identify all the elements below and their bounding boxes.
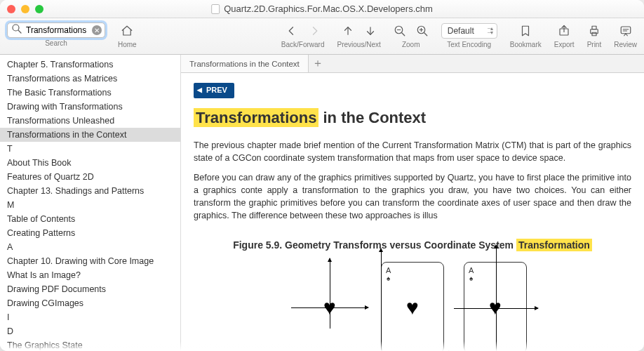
heart-icon: ♥ [406, 297, 419, 318]
back-button[interactable] [286, 25, 298, 37]
prevnext-label: Previous/Next [337, 41, 380, 48]
encoding-select[interactable]: Default ▴▾ [441, 23, 497, 39]
sidebar-item[interactable]: M [0, 198, 180, 212]
heart-icon: ♥ [489, 297, 502, 318]
title-rest: in the Context [318, 109, 426, 126]
zoom-window-button[interactable] [35, 5, 43, 13]
sidebar-item[interactable]: T [0, 142, 180, 156]
search-field[interactable]: ✕ [7, 22, 105, 38]
figure-card-center: A♠ ♥ [381, 262, 444, 351]
search-label: Search [45, 39, 67, 47]
figure-caption: Figure 5.9. Geometry Transforms versus C… [194, 238, 631, 252]
zoom-in-button[interactable] [416, 25, 429, 37]
sidebar-item[interactable]: Chapter 10. Drawing with Core Image [0, 254, 180, 268]
export-label: Export [554, 41, 575, 48]
page-title: Transformations in the Context [194, 107, 631, 129]
paragraph: Before you can draw any of the graphics … [194, 171, 631, 223]
home-group: Home [118, 22, 137, 48]
body: Chapter 5. TransformationsTransformation… [0, 55, 644, 351]
figure-card-right: A♠ ♥ [464, 262, 527, 351]
sidebar-item[interactable]: The Graphics State [0, 338, 180, 351]
bookmark-button[interactable] [519, 25, 532, 37]
add-tab-button[interactable]: ＋ [309, 55, 327, 72]
prevnext-group: Previous/Next [337, 22, 380, 48]
backforward-label: Back/Forward [281, 41, 325, 48]
svg-line-6 [424, 33, 427, 36]
prev-button[interactable] [342, 25, 354, 37]
toolbar: ✕ Search Home Back/Forward [0, 18, 644, 55]
review-button[interactable] [619, 25, 632, 37]
chevron-updown-icon: ▴▾ [490, 27, 493, 35]
figure-axes-left: ♥ [298, 262, 361, 351]
svg-rect-12 [592, 32, 596, 36]
card-corner: A♠ [386, 267, 391, 282]
window-title-text: Quartz.2D.Graphics.For.Mac.OS.X.Develope… [224, 4, 433, 14]
print-label: Print [587, 41, 602, 48]
export-button[interactable] [558, 25, 570, 37]
sidebar[interactable]: Chapter 5. TransformationsTransformation… [0, 55, 181, 351]
title-highlight: Transformations [194, 108, 318, 127]
sidebar-item[interactable]: Drawing PDF Documents [0, 282, 180, 296]
forward-button [308, 25, 321, 37]
sidebar-item[interactable]: What Is an Image? [0, 268, 180, 282]
titlebar: Quartz.2D.Graphics.For.Mac.OS.X.Develope… [0, 0, 644, 18]
svg-line-3 [402, 33, 405, 36]
home-label: Home [118, 41, 137, 48]
search-icon [11, 22, 23, 38]
export-group: Export [554, 22, 575, 48]
sidebar-item[interactable]: The Basic Transformations [0, 86, 180, 100]
print-group: Print [587, 22, 602, 48]
prev-page-button[interactable]: PREV [194, 83, 234, 98]
sidebar-item[interactable]: Transformations in the Context [0, 128, 180, 142]
home-button[interactable] [121, 25, 133, 37]
sidebar-item[interactable]: Transformations Unleashed [0, 114, 180, 128]
sidebar-item[interactable]: D [0, 324, 180, 338]
search-input[interactable] [26, 25, 89, 35]
encoding-value: Default [448, 26, 474, 36]
review-label: Review [614, 41, 637, 48]
sidebar-item[interactable]: A [0, 240, 180, 254]
bookmark-label: Bookmark [510, 41, 542, 48]
encoding-label: Text Encoding [447, 41, 491, 48]
minimize-window-button[interactable] [21, 5, 29, 13]
backforward-group: Back/Forward [281, 22, 325, 48]
sidebar-item[interactable]: Features of Quartz 2D [0, 170, 180, 184]
document-icon [211, 4, 220, 14]
tab-bar: Transformations in the Context ＋ [181, 55, 644, 73]
sidebar-item[interactable]: Drawing with Transformations [0, 100, 180, 114]
axis-y [381, 249, 382, 351]
search-group: ✕ Search [7, 22, 105, 47]
bookmark-group: Bookmark [510, 22, 542, 48]
sidebar-item[interactable]: Transformations as Matrices [0, 72, 180, 86]
axis-y [496, 245, 497, 351]
sidebar-item[interactable]: About This Book [0, 156, 180, 170]
zoom-label: Zoom [402, 41, 420, 48]
sidebar-item[interactable]: Drawing CGImages [0, 296, 180, 310]
tab[interactable]: Transformations in the Context [181, 55, 309, 72]
clear-search-icon[interactable]: ✕ [92, 25, 102, 35]
axis-y [330, 258, 330, 329]
sidebar-item[interactable]: Creating Patterns [0, 226, 180, 240]
encoding-group: Default ▴▾ Text Encoding [441, 22, 497, 48]
zoom-group: Zoom [394, 22, 429, 48]
close-window-button[interactable] [7, 5, 15, 13]
sidebar-item[interactable]: Chapter 13. Shadings and Patterns [0, 184, 180, 198]
sidebar-item[interactable]: Table of Contents [0, 212, 180, 226]
page-content[interactable]: PREV Transformations in the Context The … [181, 73, 644, 351]
next-button[interactable] [364, 25, 377, 37]
svg-rect-13 [621, 27, 631, 34]
content-area: Transformations in the Context ＋ PREV Tr… [181, 55, 644, 351]
figcap-highlight: Transformation [516, 239, 592, 251]
sidebar-item[interactable]: I [0, 310, 180, 324]
sidebar-item[interactable]: Chapter 5. Transformations [0, 58, 180, 72]
app-window: Quartz.2D.Graphics.For.Mac.OS.X.Develope… [0, 0, 644, 351]
zoom-out-button[interactable] [394, 25, 406, 37]
figcap-text: Figure 5.9. Geometry Transforms versus C… [233, 239, 516, 251]
svg-point-0 [13, 25, 19, 31]
window-title: Quartz.2D.Graphics.For.Mac.OS.X.Develope… [211, 4, 433, 14]
print-button[interactable] [588, 25, 601, 37]
window-controls [7, 5, 43, 13]
review-group: Review [614, 22, 637, 48]
card-corner: A♠ [469, 267, 474, 282]
paragraph: The previous chapter made brief mention … [194, 139, 631, 164]
